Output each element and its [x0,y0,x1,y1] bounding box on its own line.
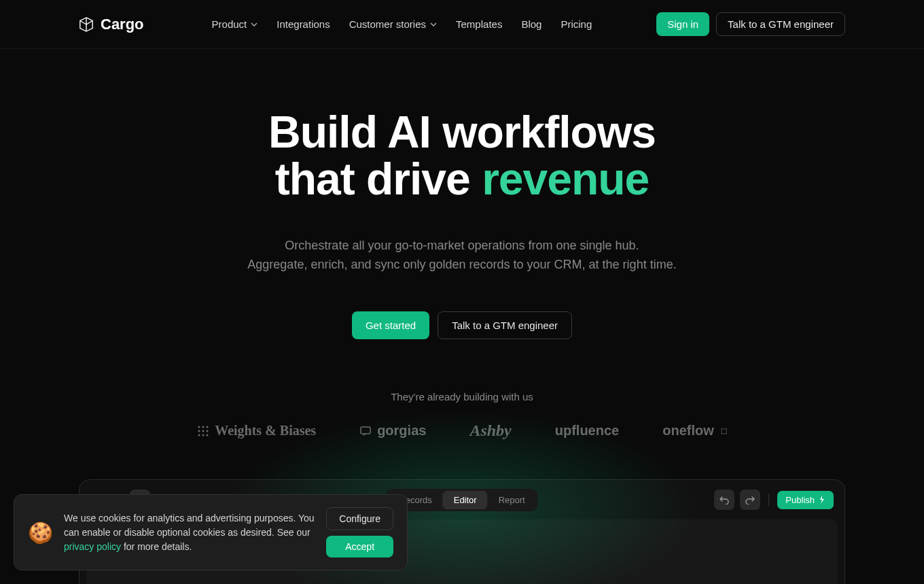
cookie-configure-button[interactable]: Configure [326,507,393,530]
company-logo-label: Weights & Biases [215,423,316,439]
cookie-text-pre: We use cookies for analytics and adverti… [64,513,315,538]
header-actions: Sign in Talk to a GTM engineer [656,12,845,36]
svg-point-3 [198,430,200,432]
company-logo-weights-biases: Weights & Biases [197,423,316,439]
hero-title: Build AI workflows that drive revenue [0,109,924,203]
chevron-down-icon [430,21,437,28]
nav-blog[interactable]: Blog [521,18,541,30]
hero-section: Build AI workflows that drive revenue Or… [0,49,924,339]
nav-templates[interactable]: Templates [456,18,502,30]
cookie-actions: Configure Accept [326,507,393,557]
nav-customer-stories[interactable]: Customer stories [349,18,437,30]
dots-icon [197,425,209,437]
undo-icon [719,495,729,504]
toolbar-divider [768,494,769,506]
site-header: Cargo Product Integrations Customer stor… [0,0,924,49]
chevron-down-icon [251,21,257,28]
company-logo-oneflow: oneflow⬚ [662,423,727,439]
company-logo-ashby: Ashby [469,422,511,440]
nav-customer-stories-label: Customer stories [349,18,426,30]
company-logo-row: Weights & Biases gorgias Ashby upfluence… [0,422,924,440]
social-proof-label: They're already building with us [0,391,924,402]
nav-product[interactable]: Product [212,18,258,30]
cookie-icon: 🍪 [28,521,53,545]
nav-blog-label: Blog [521,18,541,30]
hero-title-line2-pre: that drive [275,154,482,204]
hero-sub-line1: Orchestrate all your go-to-market operat… [0,236,924,256]
publish-label: Publish [785,495,815,505]
company-logo-upfluence: upfluence [555,423,619,439]
svg-point-4 [202,430,205,432]
redo-button[interactable] [740,489,760,510]
nav-templates-label: Templates [456,18,502,30]
talk-engineer-button-header[interactable]: Talk to a GTM engineer [716,12,845,36]
cookie-text: We use cookies for analytics and adverti… [64,511,315,554]
nav-integrations[interactable]: Integrations [277,18,330,30]
privacy-policy-link[interactable]: privacy policy [64,541,121,552]
nav-pricing-label: Pricing [561,18,592,30]
redo-icon [745,495,755,504]
svg-point-6 [198,434,200,436]
svg-point-2 [207,426,209,428]
undo-button[interactable] [714,489,734,510]
get-started-button[interactable]: Get started [352,311,429,339]
cookie-accept-button[interactable]: Accept [326,536,393,557]
social-proof: They're already building with us Weights… [0,391,924,440]
app-toolbar-right: Publish [714,489,834,510]
cookie-banner: 🍪 We use cookies for analytics and adver… [14,494,408,570]
hero-ctas: Get started Talk to a GTM engineer [0,311,924,339]
nav-integrations-label: Integrations [277,18,330,30]
hero-title-accent: revenue [482,154,649,204]
cargo-logo-icon [79,16,94,33]
main-nav: Product Integrations Customer stories Te… [212,18,592,30]
svg-point-5 [207,430,209,432]
sign-in-button[interactable]: Sign in [656,12,709,36]
svg-rect-9 [361,427,370,434]
talk-engineer-button-hero[interactable]: Talk to a GTM engineer [438,311,572,339]
chat-icon [359,425,372,437]
company-logo-label: oneflow [662,423,714,439]
brand-name: Cargo [101,16,144,33]
cookie-text-post: for more details. [121,541,192,552]
brand-logo[interactable]: Cargo [79,16,144,33]
publish-button[interactable]: Publish [777,491,834,509]
hero-title-line1: Build AI workflows [268,107,656,157]
tab-editor[interactable]: Editor [443,491,488,509]
tab-report[interactable]: Report [488,491,536,509]
nav-pricing[interactable]: Pricing [561,18,592,30]
company-logo-label: gorgias [377,423,426,439]
company-logo-gorgias: gorgias [359,423,426,439]
svg-point-7 [202,434,205,436]
svg-point-8 [207,434,209,436]
hero-subtitle: Orchestrate all your go-to-market operat… [0,236,924,275]
bolt-icon [819,496,825,504]
view-tabs: Records Editor Report [386,489,537,511]
svg-point-1 [202,426,205,428]
hero-sub-line2: Aggregate, enrich, and sync only golden … [0,255,924,275]
svg-point-0 [198,426,200,428]
nav-product-label: Product [212,18,247,30]
